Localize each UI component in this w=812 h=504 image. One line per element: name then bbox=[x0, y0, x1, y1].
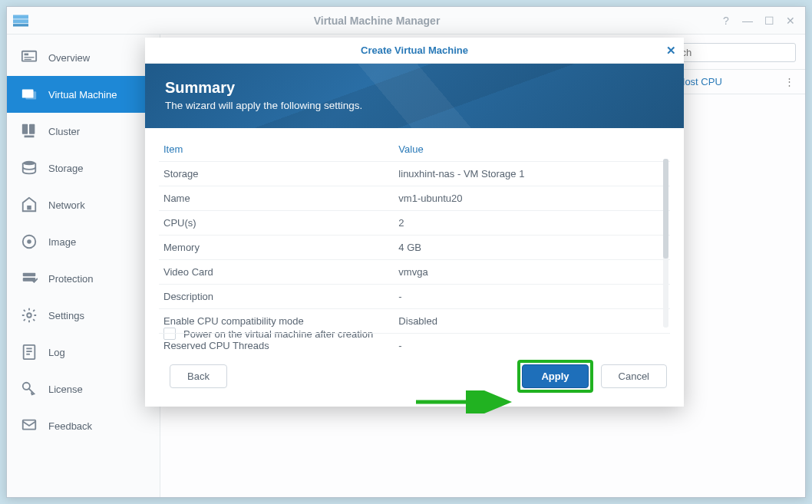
svg-rect-8 bbox=[25, 91, 36, 99]
svg-rect-1 bbox=[13, 19, 28, 23]
sidebar-item-settings[interactable]: Settings bbox=[7, 297, 160, 334]
modal-subheading: The wizard will apply the following sett… bbox=[165, 100, 664, 111]
svg-rect-5 bbox=[25, 57, 35, 58]
table-row: Reserved CPU Threads- bbox=[159, 333, 670, 357]
col-item: Item bbox=[159, 137, 394, 161]
create-vm-modal: Create Virtual Machine ✕ Summary The wiz… bbox=[145, 38, 684, 407]
log-icon bbox=[21, 344, 38, 361]
table-row: Memory4 GB bbox=[159, 235, 670, 259]
cluster-icon bbox=[21, 123, 38, 140]
table-row: Namevm1-ubuntu20 bbox=[159, 186, 670, 210]
sidebar-item-cluster[interactable]: Cluster bbox=[7, 113, 160, 150]
sidebar-label: Log bbox=[48, 347, 65, 358]
table-row: Video Cardvmvga bbox=[159, 259, 670, 284]
storage-icon bbox=[21, 160, 38, 176]
modal-close-button[interactable]: ✕ bbox=[666, 44, 676, 58]
apply-highlight: Apply bbox=[517, 360, 592, 393]
scroll-thumb[interactable] bbox=[663, 159, 668, 259]
table-row: Enable CPU compatibility modeDisabled bbox=[159, 308, 670, 333]
table-row: Storagelinuxhint-nas - VM Storage 1 bbox=[159, 161, 670, 186]
overview-icon bbox=[21, 49, 38, 66]
apply-button[interactable]: Apply bbox=[522, 364, 588, 388]
sidebar-item-feedback[interactable]: Feedback bbox=[7, 407, 160, 444]
protection-icon bbox=[21, 270, 38, 287]
cancel-button[interactable]: Cancel bbox=[601, 364, 667, 388]
col-value: Value bbox=[394, 137, 670, 161]
sidebar-item-virtual-machine[interactable]: Virtual Machine bbox=[7, 76, 160, 113]
sidebar-item-license[interactable]: License bbox=[7, 371, 160, 407]
feedback-icon bbox=[21, 417, 38, 434]
svg-rect-11 bbox=[25, 136, 35, 138]
table-header: Host CPU ⋮ bbox=[667, 70, 805, 94]
app-window: Virtual Machine Manager ? — ☐ ✕ Overview… bbox=[6, 6, 806, 498]
modal-title-text: Create Virtual Machine bbox=[361, 44, 468, 56]
sidebar-item-protection[interactable]: Protection bbox=[7, 260, 160, 297]
sidebar-label: Overview bbox=[48, 52, 90, 64]
sidebar-label: Feedback bbox=[48, 420, 92, 432]
sidebar-label: Network bbox=[48, 199, 85, 211]
minimize-button[interactable]: — bbox=[739, 12, 756, 29]
scrollbar[interactable] bbox=[663, 159, 668, 328]
column-menu-icon[interactable]: ⋮ bbox=[784, 76, 794, 87]
summary-table: Item Value Storagelinuxhint-nas - VM Sto… bbox=[145, 128, 684, 320]
back-button[interactable]: Back bbox=[170, 364, 227, 388]
modal-titlebar: Create Virtual Machine ✕ bbox=[145, 38, 684, 64]
svg-rect-4 bbox=[25, 54, 28, 56]
svg-point-15 bbox=[27, 239, 31, 244]
network-icon bbox=[21, 196, 38, 213]
sidebar-item-storage[interactable]: Storage bbox=[7, 150, 160, 186]
sidebar-label: Image bbox=[48, 236, 76, 248]
modal-header: Summary The wizard will apply the follow… bbox=[145, 64, 684, 128]
sidebar-item-image[interactable]: Image bbox=[7, 223, 160, 260]
svg-rect-16 bbox=[23, 273, 36, 277]
app-icon bbox=[13, 15, 28, 27]
svg-point-18 bbox=[27, 313, 31, 318]
sidebar-item-overview[interactable]: Overview bbox=[7, 39, 160, 76]
svg-rect-9 bbox=[22, 124, 28, 134]
sidebar-item-network[interactable]: Network bbox=[7, 186, 160, 223]
sidebar-label: Settings bbox=[48, 310, 84, 321]
image-icon bbox=[21, 233, 38, 250]
vm-icon bbox=[21, 86, 38, 103]
maximize-button[interactable]: ☐ bbox=[761, 12, 777, 29]
sidebar: Overview Virtual Machine Cluster Storage… bbox=[7, 35, 160, 497]
table-row: CPU(s)2 bbox=[159, 210, 670, 235]
window-controls: ? — ☐ ✕ bbox=[718, 12, 799, 29]
svg-rect-13 bbox=[27, 206, 31, 210]
sidebar-label: Protection bbox=[48, 273, 94, 285]
close-button[interactable]: ✕ bbox=[782, 12, 799, 29]
sidebar-label: License bbox=[48, 384, 83, 395]
modal-footer: Back Apply Cancel bbox=[145, 351, 684, 407]
sidebar-label: Virtual Machine bbox=[48, 89, 117, 100]
window-title: Virtual Machine Manager bbox=[36, 15, 718, 27]
license-icon bbox=[21, 380, 38, 397]
table-row: Description- bbox=[159, 284, 670, 308]
svg-rect-6 bbox=[25, 59, 31, 60]
svg-rect-0 bbox=[13, 15, 28, 18]
svg-rect-24 bbox=[23, 420, 36, 430]
settings-icon bbox=[21, 307, 38, 324]
modal-heading: Summary bbox=[165, 79, 664, 97]
column-host-cpu[interactable]: Host CPU bbox=[678, 76, 722, 87]
sidebar-label: Cluster bbox=[48, 126, 80, 137]
svg-rect-10 bbox=[29, 124, 35, 134]
sidebar-item-log[interactable]: Log bbox=[7, 334, 160, 371]
svg-rect-2 bbox=[13, 24, 28, 26]
sidebar-label: Storage bbox=[48, 163, 84, 174]
help-button[interactable]: ? bbox=[718, 12, 734, 29]
titlebar: Virtual Machine Manager ? — ☐ ✕ bbox=[7, 7, 805, 35]
table-header-row: Item Value bbox=[159, 137, 670, 161]
svg-point-12 bbox=[23, 161, 36, 166]
